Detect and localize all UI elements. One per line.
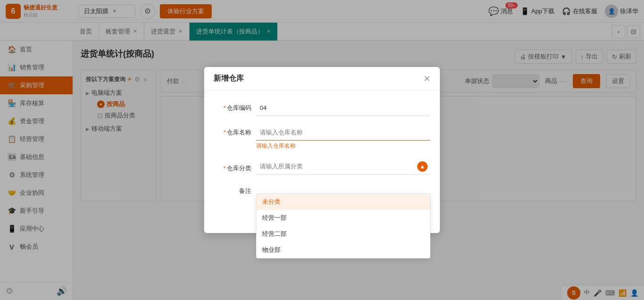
form-row-category: 仓库分类 ▲ 未分类 经营一部 经营二部 物业部: [214, 158, 430, 175]
form-row-name: 仓库名称 请输入仓库名称: [214, 125, 430, 150]
category-label: 仓库分类: [214, 160, 256, 173]
modal-close-icon[interactable]: ✕: [423, 75, 430, 83]
dropdown-item-0[interactable]: 未分类: [256, 194, 430, 210]
dropdown-item-3[interactable]: 物业部: [256, 242, 430, 258]
note-label: 备注: [214, 183, 256, 195]
category-dropdown-icon[interactable]: ▲: [417, 161, 428, 172]
add-warehouse-modal: 新增仓库 ✕ 仓库编码 仓库名称 请输入仓库名称: [204, 67, 440, 233]
dropdown-item-1[interactable]: 经营一部: [256, 210, 430, 226]
category-control: ▲: [256, 158, 430, 175]
name-control: 请输入仓库名称: [256, 125, 430, 150]
dropdown-item-2[interactable]: 经营二部: [256, 226, 430, 242]
name-label: 仓库名称: [214, 125, 256, 137]
code-label: 仓库编码: [214, 100, 256, 112]
modal-title: 新增仓库: [214, 74, 244, 83]
modal-header: 新增仓库 ✕: [204, 67, 440, 91]
name-input[interactable]: [256, 125, 430, 141]
code-control: [256, 100, 430, 116]
modal-body: 仓库编码 仓库名称 请输入仓库名称 仓库分类 ▲: [204, 91, 440, 206]
category-dropdown: 未分类 经营一部 经营二部 物业部: [256, 193, 430, 258]
code-input[interactable]: [256, 100, 430, 116]
modal-overlay[interactable]: 新增仓库 ✕ 仓库编码 仓库名称 请输入仓库名称: [0, 0, 644, 300]
category-input[interactable]: [256, 158, 430, 175]
name-error-message: 请输入仓库名称: [256, 142, 430, 150]
form-row-code: 仓库编码: [214, 100, 430, 116]
